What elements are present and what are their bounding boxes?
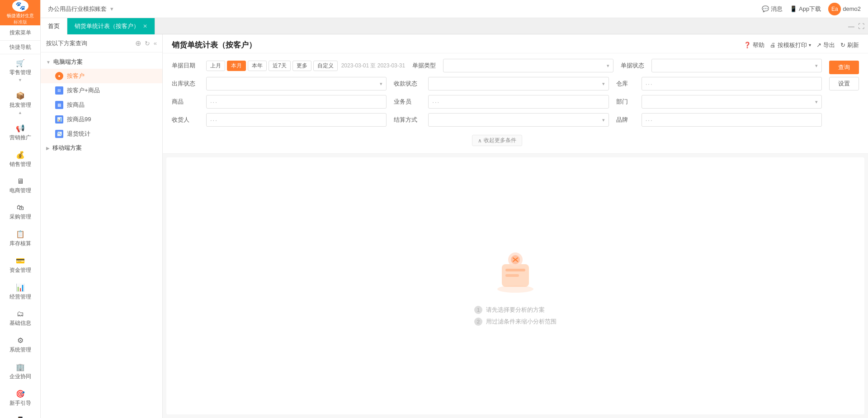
refresh-plan-icon[interactable]: ↻ (145, 40, 150, 47)
app-download-btn[interactable]: 📱 App下载 (790, 5, 821, 13)
tab-home[interactable]: 首页 (41, 18, 67, 34)
sidebar-item-system[interactable]: ⚙ 系统管理 (0, 332, 40, 358)
sidebar-item-retail[interactable]: 🛒 零售管理 ▼ (0, 54, 40, 87)
empty-state: 1 请先选择要分析的方案 2 用过滤条件来缩小分析范围 (166, 157, 864, 414)
sidebar-item-purchase[interactable]: 🛍 采购管理 (0, 199, 40, 225)
dept-arrow: ▾ (815, 99, 818, 105)
plan-item-by-goods[interactable]: ▦ 按商品 (41, 98, 162, 112)
date-btn-last-month[interactable]: 上月 (206, 61, 225, 71)
window-minimize-icon[interactable]: — (848, 23, 854, 30)
by-customer-goods-icon: ⊞ (55, 86, 63, 95)
user-menu-btn[interactable]: Ea demo2 (828, 3, 861, 15)
date-btn-this-year[interactable]: 本年 (248, 61, 267, 71)
sidebar-item-finance[interactable]: 💳 资金管理 (0, 252, 40, 279)
receive-status-select[interactable]: ▾ (428, 77, 609, 90)
desktop-group-title[interactable]: ▼ 电脑端方案 (41, 55, 162, 69)
sidebar-item-ecommerce[interactable]: 🖥 电商管理 (0, 173, 40, 199)
refresh-label: 刷新 (847, 41, 859, 49)
dept-select[interactable]: ▾ (642, 95, 822, 109)
settle-label: 结算方式 (394, 116, 421, 124)
doc-status-select[interactable]: ▾ (651, 59, 822, 72)
plan-item-by-goods-99[interactable]: 📊 按商品99 (41, 112, 162, 127)
empty-tip-2: 2 用过滤条件来缩小分析范围 (474, 318, 557, 326)
sidebar-item-newbie[interactable]: 🎯 新手引导 (0, 385, 40, 412)
collapse-bar: ∧ 收起更多条件 (172, 131, 822, 148)
system-icon: ⚙ (17, 336, 24, 345)
topbar: 办公用品行业模拟账套 ▾ 💬 消息 📱 App下载 Ea demo2 (41, 0, 868, 18)
goods-select[interactable]: ··· (206, 95, 387, 109)
add-plan-icon[interactable]: ⊕ (135, 39, 141, 48)
settle-select[interactable]: ▾ (428, 113, 609, 127)
out-status-select[interactable]: ▾ (206, 77, 387, 90)
date-range: 2023-03-01 至 2023-03-31 (341, 62, 405, 70)
date-btn-this-month[interactable]: 本月 (227, 61, 246, 71)
brand-label: 品牌 (616, 116, 634, 124)
sidebar-item-sales[interactable]: 💰 销售管理 (0, 146, 40, 173)
recipient-label: 收货人 (172, 116, 199, 124)
app-download-icon: 📱 (790, 5, 797, 12)
basic-icon: 🗂 (17, 310, 24, 318)
goods-label: 商品 (172, 98, 199, 106)
date-btn-custom[interactable]: 自定义 (313, 61, 338, 71)
quick-nav[interactable]: 快捷导航 (0, 41, 40, 54)
sidebar-item-marketing[interactable]: 📢 营销推广 (0, 119, 40, 146)
receive-status-arrow: ▾ (602, 81, 605, 87)
sidebar-item-inventory[interactable]: 📋 库存核算 (0, 225, 40, 252)
wholesale-arrow: ▲ (18, 110, 22, 115)
recipient-select[interactable]: ··· (206, 113, 387, 127)
salesman-select[interactable]: ··· (428, 95, 609, 109)
mobile-group-title[interactable]: ▶ 移动端方案 (41, 141, 162, 155)
left-panel-tools: ⊕ ↻ « (135, 39, 157, 48)
refresh-btn[interactable]: ↻ 刷新 (840, 41, 859, 49)
date-label: 单据日期 (172, 62, 199, 70)
sidebar-item-enterprise[interactable]: 🏢 企业协同 (0, 358, 40, 385)
date-btn-last-7[interactable]: 近7天 (269, 61, 291, 71)
sidebar-item-wholesale[interactable]: 📦 批发管理 ▲ (0, 87, 40, 119)
message-label: 消息 (771, 5, 783, 13)
collapse-panel-icon[interactable]: « (154, 40, 157, 47)
industry-arrow[interactable]: ▾ (110, 5, 113, 12)
sidebar-item-operation[interactable]: 📊 经营管理 (0, 279, 40, 305)
retail-icon: 🛒 (16, 59, 25, 67)
sidebar-item-appcenter[interactable]: 📱 应用中心 (0, 412, 40, 418)
doc-type-select[interactable]: ▾ (443, 59, 613, 72)
message-icon: 💬 (762, 5, 769, 12)
salesman-label: 业务员 (394, 98, 421, 106)
page-title: 销货单统计表（按客户） (172, 40, 256, 50)
goods-dots: ··· (210, 99, 218, 105)
sidebar-item-basic[interactable]: 🗂 基础信息 (0, 305, 40, 332)
collapse-btn[interactable]: ∧ 收起更多条件 (472, 135, 522, 146)
plan-item-by-customer-goods[interactable]: ⊞ 按客户+商品 (41, 83, 162, 98)
return-stat-label: 退货统计 (67, 130, 90, 138)
collapse-icon: ∧ (478, 138, 482, 144)
tab-sales-stat[interactable]: 销货单统计表（按客户） ✕ (67, 18, 155, 34)
mobile-plan-group: ▶ 移动端方案 (41, 141, 162, 155)
tab-home-label: 首页 (48, 22, 60, 30)
marketing-icon: 📢 (16, 124, 25, 133)
user-name: demo2 (843, 5, 861, 12)
purchase-icon: 🛍 (17, 204, 24, 212)
doc-status-label: 单据状态 (621, 62, 648, 70)
window-maximize-icon[interactable]: ⛶ (858, 23, 864, 30)
logo-text: 畅捷通好生意 (7, 13, 34, 19)
date-btn-more[interactable]: 更多 (292, 61, 311, 71)
plan-item-return-stat[interactable]: 📉 退货统计 (41, 127, 162, 141)
export-btn[interactable]: ↗ 导出 (816, 41, 835, 49)
print-label: 按模板打印 (778, 41, 807, 49)
setting-btn[interactable]: 设置 (829, 77, 859, 90)
search-menu[interactable]: 搜索菜单 (0, 25, 40, 41)
tab-close-icon[interactable]: ✕ (143, 23, 147, 29)
plan-item-by-customer[interactable]: ● 按客户 (41, 69, 162, 83)
tip-num-2: 2 (474, 318, 482, 326)
query-btn[interactable]: 查询 (829, 61, 859, 74)
recipient-dots: ··· (210, 117, 218, 124)
help-btn[interactable]: ❓ 帮助 (744, 41, 764, 49)
message-btn[interactable]: 💬 消息 (762, 5, 783, 13)
print-btn[interactable]: 🖨 按模板打印 ▾ (770, 41, 811, 49)
main-area: 办公用品行业模拟账套 ▾ 💬 消息 📱 App下载 Ea demo2 首页 (41, 0, 868, 418)
brand-select[interactable]: ··· (642, 113, 822, 127)
mobile-group-label: 移动端方案 (52, 144, 82, 152)
sidebar-item-label: 系统管理 (9, 346, 31, 354)
page-title-bar: 销货单统计表（按客户） ❓ 帮助 🖨 按模板打印 ▾ ↗ 导出 (163, 34, 868, 53)
warehouse-select[interactable]: ··· (642, 77, 822, 90)
